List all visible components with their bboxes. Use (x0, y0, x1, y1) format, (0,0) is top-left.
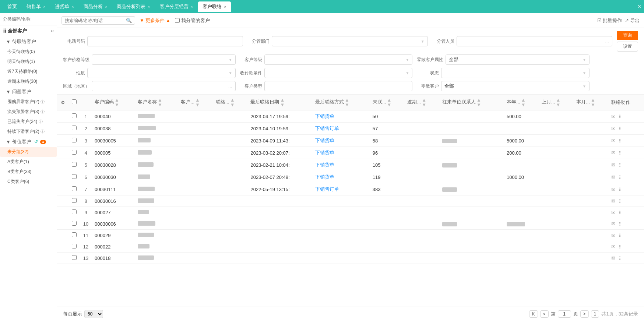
more-icon[interactable]: ⁝⁝ (619, 174, 622, 180)
sidebar-item-type-c[interactable]: C类客户(6) (0, 177, 57, 187)
contact-icon[interactable]: ✉ (611, 198, 616, 204)
col-this-month[interactable]: 本月...▲▼ (574, 95, 609, 110)
last-method-link[interactable]: 下销货单 (315, 150, 334, 155)
contact-icon[interactable]: ✉ (611, 162, 616, 168)
nature-select[interactable]: ▼ (87, 68, 236, 78)
last-method-link[interactable]: 下销货单 (315, 138, 334, 143)
dept-select[interactable]: ▼ (272, 36, 427, 46)
row-last-method[interactable]: 下销货单 (313, 159, 370, 171)
row-check[interactable] (69, 171, 79, 183)
sidebar-item-overdue[interactable]: 逾期未联络(30) (0, 77, 57, 87)
contact-icon[interactable]: ✉ (611, 221, 616, 227)
status-select[interactable]: ▼ (441, 68, 590, 78)
row-check[interactable] (69, 110, 79, 123)
contact-icon[interactable]: ✉ (611, 232, 616, 238)
row-last-method[interactable]: 下销货单 (313, 135, 370, 147)
my-customers-checkbox[interactable] (175, 18, 180, 23)
collapse-sidebar-icon[interactable]: ‹‹ (51, 28, 54, 33)
sidebar-item-lost[interactable]: 已流失客户(24) ⓘ (0, 117, 57, 127)
tab-product-analysis-list[interactable]: 商品分析列表 × (112, 1, 154, 12)
contact-icon[interactable]: ✉ (611, 138, 616, 144)
more-icon[interactable]: ⁝⁝ (619, 150, 622, 156)
sidebar-item-type-b[interactable]: B类客户(33) (0, 167, 57, 177)
tab-sales[interactable]: 销售单 × (22, 1, 50, 12)
row-check[interactable] (69, 123, 79, 135)
contact-icon[interactable]: ✉ (611, 174, 616, 180)
col-code[interactable]: 客户编码▲▼ (92, 95, 136, 110)
payment-select[interactable]: ▼ (264, 68, 413, 78)
sidebar-group-value[interactable]: ▼ 价值客户 ↺ ● (0, 137, 57, 147)
more-icon[interactable]: ⁝⁝ (619, 209, 622, 215)
more-icon[interactable]: ⁝⁝ (619, 138, 622, 144)
export-btn[interactable]: ↗ 导出 (625, 17, 640, 24)
row-last-method[interactable]: 下销货单 (313, 147, 370, 159)
person-select[interactable]: ... (457, 36, 612, 46)
sidebar-item-today[interactable]: 今天待联络(0) (0, 47, 57, 57)
row-last-method[interactable]: 下销货单 (313, 110, 370, 123)
phone-input[interactable] (87, 36, 243, 46)
page-number-input[interactable] (558, 310, 571, 318)
row-last-method[interactable]: 下销售订单 (313, 123, 370, 135)
row-check[interactable] (69, 253, 79, 264)
contact-icon[interactable]: ✉ (611, 244, 616, 250)
contact-icon[interactable]: ✉ (611, 209, 616, 215)
sidebar-group-problem[interactable]: ▼ 问题客户 (0, 87, 57, 97)
all-customers-header[interactable]: ⣿ 全部客户 ‹‹ (0, 25, 57, 36)
first-page-btn[interactable]: K (529, 310, 538, 318)
row-check[interactable] (69, 135, 79, 147)
tab-customer-contact[interactable]: 客户联络 × (198, 1, 230, 12)
col-last-month[interactable]: 上月...▲▼ (539, 95, 574, 110)
row-check[interactable] (69, 218, 79, 230)
col-last-date[interactable]: 最后联络日期▲▼ (248, 95, 313, 110)
retail-cust-select[interactable]: 全部 ▼ (441, 81, 590, 91)
next-page-btn[interactable]: > (580, 310, 589, 318)
row-check[interactable] (69, 241, 79, 253)
row-check[interactable] (69, 147, 79, 159)
col-contact[interactable]: 联络...▲▼ (214, 95, 249, 110)
close-product-analysis-list-tab[interactable]: × (148, 4, 150, 9)
row-check[interactable] (69, 195, 79, 207)
more-icon[interactable]: ⁝⁝ (619, 221, 622, 227)
contact-icon[interactable]: ✉ (611, 255, 616, 261)
last-method-link[interactable]: 下销售订单 (315, 126, 339, 131)
col-settings[interactable]: ⚙ (57, 95, 69, 110)
row-last-method[interactable]: 下销货单 (313, 171, 370, 183)
batch-ops-btn[interactable]: ☑ 批量操作 (597, 17, 622, 24)
last-page-btn[interactable]: 1 (591, 310, 599, 318)
contact-icon[interactable]: ✉ (611, 113, 616, 119)
last-method-link[interactable]: 下销货单 (315, 113, 334, 119)
more-icon[interactable]: ⁝⁝ (619, 162, 622, 168)
query-button[interactable]: 查询 (617, 31, 638, 40)
cust-type-input[interactable] (264, 81, 413, 91)
row-check[interactable] (69, 207, 79, 218)
select-all-checkbox[interactable] (72, 99, 77, 104)
close-customer-contact-tab[interactable]: × (224, 4, 226, 9)
col-not-contacted[interactable]: 未联...▲▼ (370, 95, 405, 110)
close-sales-tab[interactable]: × (43, 4, 45, 9)
retail-attr-select[interactable]: 全部 ▼ (446, 54, 590, 65)
close-purchase-tab[interactable]: × (71, 4, 74, 9)
last-method-link[interactable]: 下销货单 (315, 174, 334, 180)
search-input[interactable] (65, 18, 124, 23)
more-conditions-btn[interactable]: ▼ 更多条件 ▲ (140, 17, 170, 24)
prev-page-btn[interactable]: < (540, 310, 549, 318)
sidebar-item-abnormal[interactable]: 囤购异常客户(2) ⓘ (0, 97, 57, 107)
more-icon[interactable]: ⁝⁝ (619, 255, 622, 261)
reset-button[interactable]: 设置 (617, 42, 638, 52)
last-method-link[interactable]: 下销售订单 (315, 186, 339, 192)
search-icon[interactable]: 🔍 (126, 18, 132, 23)
sidebar-item-ungrouped[interactable]: 未分组(32) (0, 147, 57, 157)
row-check[interactable] (69, 230, 79, 241)
contact-icon[interactable]: ✉ (611, 186, 616, 192)
sidebar-item-type-a[interactable]: A类客户(1) (0, 157, 57, 167)
col-overdue[interactable]: 逾期...▲▼ (405, 95, 440, 110)
region-select[interactable]: ... (92, 81, 236, 91)
page-size-select[interactable]: 20 50 100 200 (84, 310, 103, 318)
more-icon[interactable]: ⁝⁝ (619, 186, 622, 192)
col-type[interactable]: 客户...▲▼ (179, 95, 214, 110)
sidebar-item-churn-warning[interactable]: 流失预警客户(3) ⓘ (0, 107, 57, 117)
sidebar-item-tomorrow[interactable]: 明天待联络(1) (0, 57, 57, 67)
more-icon[interactable]: ⁝⁝ (619, 198, 622, 204)
cust-level-select[interactable]: ▼ (264, 54, 413, 65)
my-customers-filter[interactable]: 我分管的客户 (175, 17, 210, 24)
